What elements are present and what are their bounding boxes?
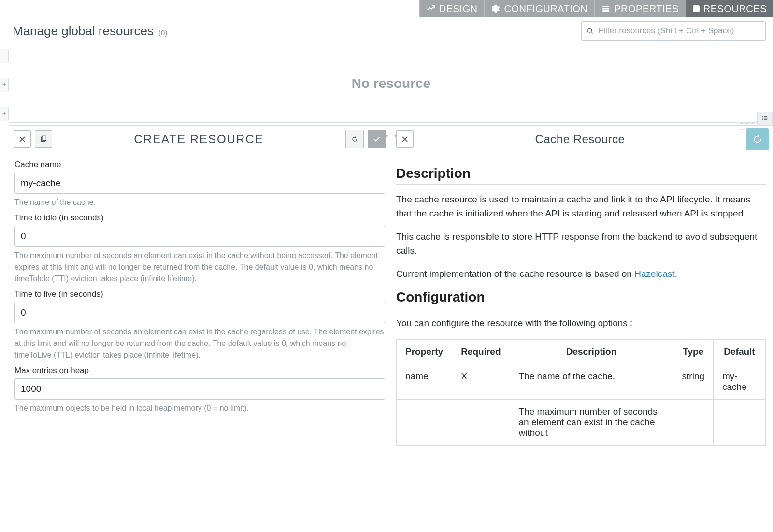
check-icon [373, 135, 381, 143]
split-container: CREATE RESOURCE ▸⋮ Cache name The name o… [9, 125, 773, 532]
tab-configuration-label: CONFIGURATION [504, 3, 587, 14]
svg-rect-0 [602, 6, 609, 7]
plus-icon [1, 111, 7, 116]
table-row: name X The name of the cache. string my-… [397, 364, 766, 399]
duplicate-button[interactable] [35, 130, 52, 148]
list-icon [761, 115, 769, 122]
subheader: Manage global resources (0) [9, 17, 773, 45]
copy-icon [40, 135, 47, 143]
close-doc-button[interactable] [396, 130, 414, 148]
cell-description: The name of the cache. [510, 364, 673, 399]
left-rail [0, 49, 9, 136]
th-default: Default [714, 339, 766, 364]
layout-toggle[interactable] [757, 112, 773, 125]
divider [396, 184, 766, 185]
input-heap[interactable] [14, 378, 385, 400]
refresh-icon [752, 134, 763, 144]
tab-design[interactable]: DESIGN [419, 0, 485, 17]
label-ttl: Time to live (in seconds) [14, 289, 385, 299]
resources-icon [693, 5, 700, 12]
input-tti[interactable] [14, 226, 385, 247]
create-resource-title: CREATE RESOURCE [56, 132, 342, 146]
th-description: Description [510, 339, 673, 364]
design-icon [427, 4, 435, 13]
tab-properties-label: PROPERTIES [614, 3, 679, 14]
tab-configuration[interactable]: CONFIGURATION [484, 0, 594, 17]
svg-rect-6 [764, 119, 767, 120]
tab-properties[interactable]: PROPERTIES [594, 0, 686, 17]
plus-icon [1, 82, 7, 87]
label-heap: Max entries on heap [14, 366, 385, 375]
desc3-suffix: . [675, 269, 677, 279]
resource-doc-body: ⋮◂ Description The cache resource is use… [391, 153, 773, 454]
refresh-doc-button[interactable] [746, 128, 769, 150]
cell-type [673, 399, 713, 445]
field-heap: Max entries on heap The maximum objects … [14, 366, 385, 414]
tab-design-label: DESIGN [439, 3, 478, 14]
gear-icon [491, 4, 500, 13]
config-intro: You can configure the resource with the … [396, 316, 766, 330]
label-cache-name: Cache name [14, 160, 385, 170]
resource-list-empty: No resource [9, 45, 773, 123]
cell-property: name [397, 364, 452, 399]
divider [396, 308, 766, 308]
label-tti: Time to idle (in seconds) [14, 213, 385, 223]
table-row: The maximum number of seconds an element… [397, 399, 766, 445]
tab-resources-label: RESOURCES [703, 3, 767, 14]
desc-paragraph-2: This cache is responsible to store HTTP … [396, 230, 766, 258]
svg-rect-5 [762, 119, 763, 120]
configuration-heading: Configuration [396, 289, 766, 305]
cell-default: my-cache [714, 364, 766, 399]
hint-ttl: The maximum number of seconds an element… [14, 326, 385, 361]
hint-cache-name: The name of the cache. [14, 197, 385, 208]
resource-doc-panel: Cache Resource ⋮◂ Description The cache … [391, 126, 773, 532]
table-header-row: Property Required Description Type Defau… [397, 339, 766, 364]
close-icon [401, 135, 409, 143]
th-type: Type [673, 339, 713, 364]
cell-required [452, 399, 510, 445]
input-ttl[interactable] [14, 302, 385, 323]
field-ttl: Time to live (in seconds) The maximum nu… [14, 289, 385, 361]
search-icon [587, 27, 594, 35]
desc-paragraph-1: The cache resource is used to maintain a… [396, 192, 766, 221]
hint-tti: The maximum number of seconds an element… [14, 250, 385, 285]
svg-rect-8 [43, 136, 46, 140]
rail-item-2[interactable] [0, 78, 9, 92]
search-box[interactable] [581, 21, 766, 41]
desc3-prefix: Current implementation of the cache reso… [396, 269, 634, 279]
cell-required: X [452, 364, 510, 399]
desc-paragraph-3: Current implementation of the cache reso… [396, 267, 766, 281]
resource-doc-header: Cache Resource [391, 126, 773, 153]
hazelcast-link[interactable]: Hazelcast [634, 269, 674, 279]
undo-icon [351, 135, 358, 143]
rail-item-3[interactable] [0, 107, 9, 121]
tab-resources[interactable]: RESOURCES [686, 0, 773, 17]
svg-rect-1 [602, 8, 609, 10]
resource-count: (0) [158, 29, 167, 37]
field-cache-name: Cache name The name of the cache. [14, 160, 385, 208]
page-title: Manage global resources [13, 24, 154, 39]
properties-icon [601, 4, 610, 13]
resource-doc-title: Cache Resource [417, 132, 743, 146]
create-resource-body: ▸⋮ Cache name The name of the cache. Tim… [9, 153, 391, 426]
config-table: Property Required Description Type Defau… [396, 339, 766, 446]
svg-rect-4 [764, 116, 767, 117]
cell-property [397, 399, 452, 445]
top-tabs: DESIGN CONFIGURATION PROPERTIES RESOURCE… [419, 0, 773, 17]
description-heading: Description [396, 166, 766, 181]
cell-description: The maximum number of seconds an element… [510, 399, 673, 445]
cell-default [714, 399, 766, 445]
reset-button[interactable] [345, 130, 364, 148]
hint-heap: The maximum objects to be held in local … [14, 403, 385, 414]
search-input[interactable] [598, 26, 760, 36]
cell-type: string [673, 364, 713, 399]
create-resource-panel: CREATE RESOURCE ▸⋮ Cache name The name o… [9, 126, 391, 532]
empty-message: No resource [352, 76, 430, 91]
rail-item-1[interactable] [0, 49, 9, 63]
input-cache-name[interactable] [14, 173, 385, 194]
confirm-button[interactable] [368, 130, 386, 148]
th-property: Property [397, 339, 452, 364]
close-panel-button[interactable] [14, 130, 31, 148]
close-icon [18, 135, 26, 143]
svg-rect-2 [602, 10, 609, 12]
